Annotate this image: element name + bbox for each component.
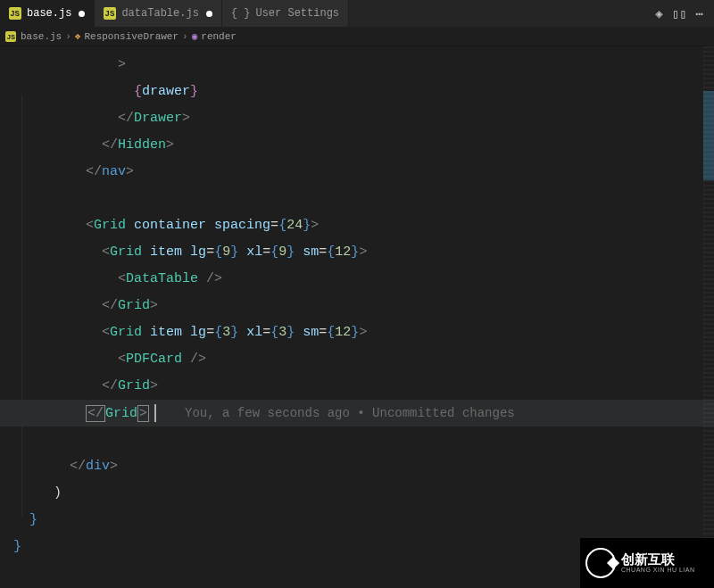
class-icon: ❖ [75,30,81,42]
method-icon: ◉ [192,30,198,42]
tab-bar-actions: ◈ ▯▯ ⋯ [655,6,709,21]
code-editor[interactable]: > {drawer} </Drawer> </Hidden> </nav> <G… [0,46,714,560]
tab-label: User Settings [255,7,339,20]
code-line: <Grid container spacing={24}> [0,212,714,239]
minimap-viewport[interactable] [703,91,714,180]
code-line: <DataTable /> [0,266,714,293]
js-file-icon: JS [5,31,16,42]
brand-text-zh: 创新互联 [621,552,695,567]
code-line: <Grid item lg={3} xl={3} sm={12}> [0,319,714,346]
breadcrumb[interactable]: JS base.js › ❖ ResponsiveDrawer › ◉ rend… [0,27,714,46]
js-file-icon: JS [104,7,116,20]
tab-datatable-js[interactable]: JS dataTable.js [95,0,221,27]
tab-bar: JS base.js JS dataTable.js { } User Sett… [0,0,714,27]
code-line [0,186,714,212]
watermark-logo: 创新互联 CHUANG XIN HU LIAN [580,538,714,588]
dirty-indicator-icon [206,11,212,17]
tab-base-js[interactable]: JS base.js [0,0,95,27]
git-blame-annotation: You, a few seconds ago • Uncommitted cha… [185,406,515,420]
settings-icon: { } [231,7,251,20]
more-actions-icon[interactable]: ⋯ [696,6,703,21]
dirty-indicator-icon [79,11,85,17]
code-line: } [0,507,714,534]
code-line: > [0,52,714,79]
chevron-right-icon: › [65,31,71,42]
code-line-current: </Grid>You, a few seconds ago • Uncommit… [0,400,714,427]
text-cursor [154,404,156,422]
compare-changes-icon[interactable]: ◈ [655,6,662,21]
code-line: <Grid item lg={9} xl={9} sm={12}> [0,239,714,266]
breadcrumb-file[interactable]: base.js [21,31,62,42]
code-line: </Grid> [0,293,714,319]
js-file-icon: JS [9,7,21,20]
code-line: </Hidden> [0,132,714,159]
split-editor-icon[interactable]: ▯▯ [672,6,687,21]
tab-label: dataTable.js [121,7,198,20]
tab-user-settings[interactable]: { } User Settings [222,0,349,27]
code-line: </div> [0,453,714,480]
minimap[interactable] [703,46,714,552]
breadcrumb-symbol-method[interactable]: render [201,31,237,42]
brand-icon [585,548,616,578]
code-line: </Grid> [0,373,714,400]
breadcrumb-symbol-class[interactable]: ResponsiveDrawer [84,31,178,42]
chevron-right-icon: › [182,31,188,42]
code-line: ) [0,480,714,507]
brand-text-en: CHUANG XIN HU LIAN [621,567,695,574]
code-line: {drawer} [0,79,714,105]
code-line: </nav> [0,159,714,186]
code-line: <PDFCard /> [0,346,714,373]
tab-label: base.js [27,7,71,20]
code-line [0,427,714,453]
code-line: </Drawer> [0,105,714,132]
